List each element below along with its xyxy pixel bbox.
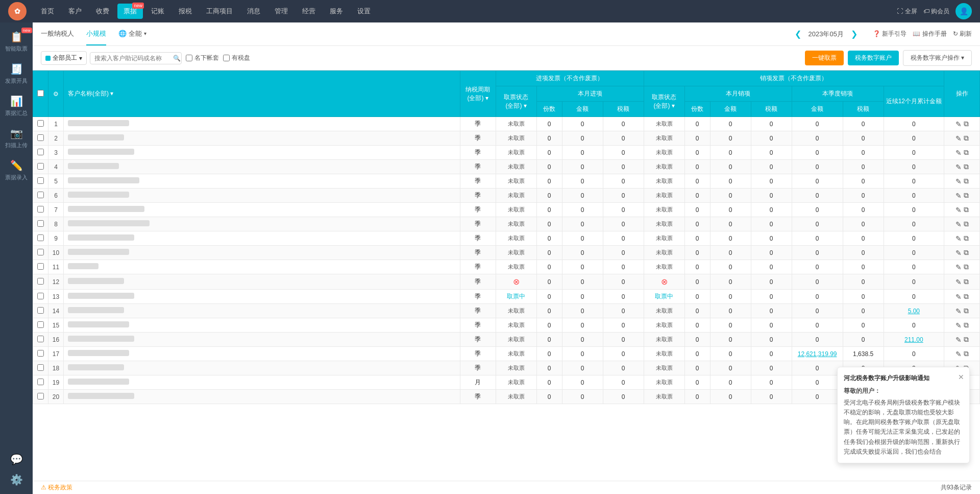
nav-bookkeeping[interactable]: 记账 [145,4,170,19]
edit-icon[interactable]: ✎ [955,234,962,243]
copy-icon[interactable]: ⧉ [964,205,969,214]
checkbox-tax-disk[interactable]: 有税盘 [223,54,250,62]
tax-digital-btn[interactable]: 税务数字账户 [848,51,899,65]
edit-icon[interactable]: ✎ [955,149,962,157]
prev-month-btn[interactable]: ❮ [792,28,804,40]
tab-general-taxpayer[interactable]: 一般纳税人 [41,23,74,45]
copy-icon[interactable]: ⧉ [964,292,969,301]
select-all-checkbox[interactable] [37,90,44,97]
year-amount-link[interactable]: 5.00 [908,308,920,315]
edit-icon[interactable]: ✎ [955,350,962,358]
nav-management[interactable]: 管理 [268,4,294,19]
nav-fee[interactable]: 收费 [90,4,115,19]
nav-customer[interactable]: 客户 [62,4,88,19]
sidebar-item-smart-invoice[interactable]: 📋 new 智能取票 [2,27,31,57]
sidebar-item-config[interactable]: ⚙️ [2,469,31,490]
copy-icon[interactable]: ⧉ [964,321,969,330]
tax-disk-checkbox[interactable] [223,55,230,61]
next-month-btn[interactable]: ❯ [848,28,861,40]
edit-icon[interactable]: ✎ [955,206,962,214]
new-guide-btn[interactable]: ❓ 新手引导 [873,30,906,38]
nav-business[interactable]: 工商项目 [200,4,239,19]
copy-icon[interactable]: ⧉ [964,349,969,358]
account-checkbox[interactable] [186,55,192,61]
copy-icon[interactable]: ⧉ [964,162,969,171]
edit-icon[interactable]: ✎ [955,177,962,185]
one-key-btn[interactable]: 一键取票 [805,51,844,65]
edit-icon[interactable]: ✎ [955,192,962,200]
copy-icon[interactable]: ⧉ [964,248,969,257]
edit-icon[interactable]: ✎ [955,134,962,143]
sidebar-item-entry[interactable]: ✏️ 票据录入 [2,155,31,185]
row-checkbox[interactable] [37,249,44,255]
row-checkbox[interactable] [37,293,44,299]
copy-icon[interactable]: ⧉ [964,277,969,286]
row-checkbox[interactable] [37,206,44,213]
nav-service[interactable]: 服务 [324,4,349,19]
row-checkbox[interactable] [37,278,44,285]
copy-icon[interactable]: ⧉ [964,134,969,143]
tax-policy-link[interactable]: ⚠ 税务政策 [41,483,72,492]
edit-icon[interactable]: ✎ [955,307,962,315]
row-checkbox[interactable] [37,234,44,241]
edit-icon[interactable]: ✎ [955,163,962,171]
row-checkbox[interactable] [37,220,44,227]
copy-icon[interactable]: ⧉ [964,335,969,344]
nav-settings[interactable]: 设置 [351,4,377,19]
copy-icon[interactable]: ⧉ [964,307,969,315]
sidebar-item-feedback[interactable]: 💬 [2,449,31,469]
edit-icon[interactable]: ✎ [955,120,962,128]
fullscreen-btn[interactable]: ⛶ 全屏 [897,7,917,16]
nav-invoice[interactable]: 票据 new [117,4,143,19]
row-checkbox[interactable] [37,321,44,328]
row-checkbox[interactable] [37,307,44,314]
q-amount-link[interactable]: 12,621,319.99 [798,350,837,358]
search-box[interactable]: 🔍 [90,52,182,64]
edit-icon[interactable]: ✎ [955,249,962,257]
tab-all[interactable]: 🌐全能 ▾ [118,23,146,45]
refresh-btn[interactable]: ↻ 刷新 [953,30,972,38]
sidebar-item-open-invoice[interactable]: 🧾 发票开具 [2,59,31,89]
edit-icon[interactable]: ✎ [955,336,962,344]
search-input[interactable] [94,55,171,62]
nav-tax[interactable]: 报税 [173,4,198,19]
membership-btn[interactable]: 🏷 购会员 [923,7,949,16]
copy-icon[interactable]: ⧉ [964,177,969,185]
nav-home[interactable]: 首页 [35,4,60,19]
edit-icon[interactable]: ✎ [955,263,962,271]
edit-icon[interactable]: ✎ [955,220,962,228]
sidebar-item-summary[interactable]: 📊 票据汇总 [2,91,31,121]
nav-message[interactable]: 消息 [241,4,266,19]
row-checkbox[interactable] [37,364,44,371]
popup-close-btn[interactable]: ✕ [958,371,964,383]
row-checkbox[interactable] [37,263,44,270]
row-checkbox[interactable] [37,163,44,170]
sidebar-item-scan[interactable]: 📷 扫描上传 [2,123,31,153]
edit-icon[interactable]: ✎ [955,278,962,286]
row-checkbox[interactable] [37,134,44,141]
copy-icon[interactable]: ⧉ [964,148,969,157]
copy-icon[interactable]: ⧉ [964,263,969,271]
edit-icon[interactable]: ✎ [955,321,962,330]
row-checkbox[interactable] [37,393,44,399]
row-checkbox[interactable] [37,192,44,198]
row-checkbox[interactable] [37,379,44,385]
row-checkbox[interactable] [37,120,44,127]
tab-small-scale[interactable]: 小规模 [86,23,106,45]
manual-btn[interactable]: 📖 操作手册 [913,30,946,38]
row-checkbox[interactable] [37,350,44,357]
search-icon[interactable]: 🔍 [173,55,181,62]
row-checkbox[interactable] [37,336,44,342]
copy-icon[interactable]: ⧉ [964,120,969,128]
copy-icon[interactable]: ⧉ [964,191,969,200]
edit-icon[interactable]: ✎ [955,293,962,301]
nav-operation[interactable]: 经营 [296,4,322,19]
row-checkbox[interactable] [37,149,44,155]
copy-icon[interactable]: ⧉ [964,220,969,228]
user-avatar[interactable]: 👤 [955,3,972,19]
employee-select[interactable]: 全部员工 ▾ [41,51,87,65]
year-amount-link[interactable]: 211.00 [904,336,923,343]
tax-ops-btn[interactable]: 税务数字账户操作 ▾ [903,50,972,66]
row-checkbox[interactable] [37,177,44,184]
copy-icon[interactable]: ⧉ [964,234,969,243]
